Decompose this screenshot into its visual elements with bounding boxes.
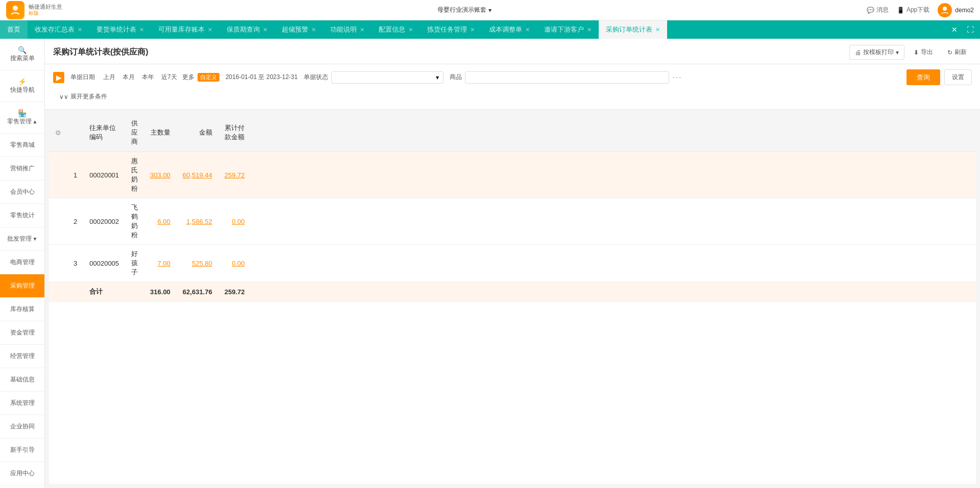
sidebar-item-system[interactable]: 系统管理 <box>0 392 44 415</box>
workspace-selector[interactable]: 母婴行业演示账套 ▾ <box>437 6 492 14</box>
app-download-button[interactable]: 📱 App下载 <box>897 6 929 14</box>
sidebar-item-search[interactable]: 🔍 搜索菜单 <box>0 39 44 70</box>
tab-requisition[interactable]: 要货单统计表 ✕ <box>89 20 151 39</box>
close-all-tabs-button[interactable]: ✕ <box>947 23 962 36</box>
logo-area: 畅捷通好生意 标版 <box>6 1 62 19</box>
header-actions: 🖨 按模板打印 ▾ ⬇ 导出 ↻ 刷新 <box>849 45 972 60</box>
logo-text: 畅捷通好生意 标版 <box>29 4 62 16</box>
tab-pick-task[interactable]: 拣货任务管理 ✕ <box>420 20 482 39</box>
data-table: ⚙ 往来单位编码 供应商 主数量 金额 累计付款金额 1 <box>49 114 976 302</box>
tab-home[interactable]: 首页 <box>0 20 28 39</box>
message-icon: 💬 <box>867 7 874 14</box>
sidebar-item-quick-nav[interactable]: ⚡ 快捷导航 <box>0 70 44 102</box>
cell-settings <box>49 245 67 282</box>
date-shortcuts: 上月 本月 本年 近7天 更多 自定义 <box>101 72 219 83</box>
tab-cost-adjust[interactable]: 成本调整单 ✕ <box>482 20 537 39</box>
expand-more-button[interactable]: ∨∨ 展开更多条件 <box>53 89 972 104</box>
goods-more-icon[interactable]: ··· <box>672 73 682 82</box>
sidebar-item-operations[interactable]: 经营管理 <box>0 345 44 368</box>
date-this-month-button[interactable]: 本月 <box>120 72 137 83</box>
message-button[interactable]: 💬 消息 <box>867 6 889 14</box>
tab-config-info[interactable]: 配置信息 ✕ <box>372 20 420 39</box>
tab-close-icon[interactable]: ✕ <box>139 27 144 33</box>
maximize-button[interactable]: ⛶ <box>963 23 978 36</box>
top-bar: 畅捷通好生意 标版 母婴行业演示账套 ▾ 💬 消息 📱 App下载 demo2 <box>0 0 980 20</box>
print-button[interactable]: 🖨 按模板打印 ▾ <box>849 45 904 60</box>
sidebar-item-marketing[interactable]: 营销推广 <box>0 157 44 181</box>
sidebar-item-purchase[interactable]: 采购管理 <box>0 274 44 298</box>
tab-close-icon[interactable]: ✕ <box>655 27 660 33</box>
tab-purchase-summary[interactable]: 采购订单统计表 ✕ <box>599 20 667 39</box>
username-label: demo2 <box>955 7 974 14</box>
tab-close-icon[interactable]: ✕ <box>78 27 82 33</box>
cell-seq: 3 <box>67 245 83 282</box>
settings-button[interactable]: 设置 <box>944 69 972 85</box>
footer-settings <box>49 282 67 302</box>
chevron-up-icon: ▲ <box>33 119 38 124</box>
status-select[interactable]: ▾ <box>331 71 444 84</box>
th-qty: 主数量 <box>144 114 177 152</box>
tab-close-icon[interactable]: ✕ <box>525 27 530 33</box>
avatar <box>938 3 952 17</box>
cell-settings <box>49 198 67 245</box>
cell-supplier: 飞鹤奶粉 <box>125 198 144 245</box>
top-right-actions: 💬 消息 📱 App下载 demo2 <box>867 3 974 17</box>
tab-function-guide[interactable]: 功能说明 ✕ <box>323 20 372 39</box>
cell-paid: 259.72 <box>218 152 251 198</box>
sidebar-item-basic-info[interactable]: 基础信息 <box>0 368 44 392</box>
sidebar-item-finance[interactable]: 资金管理 <box>0 321 44 345</box>
tab-close-icon[interactable]: ✕ <box>360 27 364 33</box>
sidebar-item-member[interactable]: 会员中心 <box>0 181 44 204</box>
sidebar-item-enterprise-collab[interactable]: 企业协同 <box>0 415 44 439</box>
export-button[interactable]: ⬇ 导出 <box>909 45 938 59</box>
tab-overstock[interactable]: 超储预警 ✕ <box>275 20 323 39</box>
th-supplier: 供应商 <box>125 114 144 152</box>
table-container: ⚙ 往来单位编码 供应商 主数量 金额 累计付款金额 1 <box>49 114 976 484</box>
footer-supplier <box>125 282 144 302</box>
cell-paid: 0.00 <box>218 198 251 245</box>
cell-extra <box>251 152 976 198</box>
user-area[interactable]: demo2 <box>938 3 974 17</box>
tab-invite-downstream[interactable]: 邀请下游客户 ✕ <box>537 20 599 39</box>
content-area: 采购订单统计表(按供应商) 🖨 按模板打印 ▾ ⬇ 导出 ↻ 刷新 <box>45 39 980 488</box>
tab-collect-pay[interactable]: 收发存汇总表 ✕ <box>28 20 89 39</box>
cell-extra <box>251 245 976 282</box>
tab-warranty[interactable]: 保质期查询 ✕ <box>219 20 275 39</box>
date-last-month-button[interactable]: 上月 <box>101 72 117 83</box>
tab-close-icon[interactable]: ✕ <box>470 27 475 33</box>
sidebar-item-ecommerce[interactable]: 电商管理 <box>0 251 44 274</box>
filter-toggle-button[interactable]: ▶ <box>53 72 64 83</box>
tab-close-icon[interactable]: ✕ <box>311 27 316 33</box>
chevron-down-icon: ▼ <box>33 236 38 242</box>
sidebar-item-new-guide[interactable]: 新手引导 <box>0 439 44 462</box>
tab-close-icon[interactable]: ✕ <box>263 27 267 33</box>
th-amount: 金额 <box>177 114 218 152</box>
sidebar-item-retail[interactable]: 🏪 零售管理 ▲ <box>0 102 44 134</box>
query-button[interactable]: 查询 <box>906 69 940 85</box>
sidebar-item-enterprise-wechat[interactable]: 企业微信 <box>0 485 44 488</box>
sidebar-item-wholesale[interactable]: 批发管理 ▼ <box>0 227 44 251</box>
refresh-button[interactable]: ↻ 刷新 <box>942 45 972 59</box>
date-7days-button[interactable]: 近7天 <box>159 72 179 83</box>
sidebar-item-retail-stat[interactable]: 零售统计 <box>0 204 44 227</box>
sidebar-item-inventory[interactable]: 库存核算 <box>0 298 44 321</box>
tab-available-stock[interactable]: 可用量库存账本 ✕ <box>151 20 219 39</box>
table-row: 2 00020002 飞鹤奶粉 6.00 1,586.52 0.00 <box>49 198 976 245</box>
sidebar-item-retail-mall[interactable]: 零售商城 <box>0 134 44 157</box>
table-footer-row: 合计 316.00 62,631.76 259.72 <box>49 282 976 302</box>
tab-close-icon[interactable]: ✕ <box>408 27 413 33</box>
goods-input[interactable] <box>465 71 669 84</box>
print-icon: 🖨 <box>855 49 861 56</box>
date-more-button[interactable]: 更多 <box>182 73 194 82</box>
column-settings-icon[interactable]: ⚙ <box>55 129 61 137</box>
cell-amount: 1,586.52 <box>177 198 218 245</box>
cell-unit-code: 00020002 <box>83 198 125 245</box>
date-this-year-button[interactable]: 本年 <box>140 72 156 83</box>
select-chevron-icon: ▾ <box>436 74 439 81</box>
footer-extra <box>251 282 976 302</box>
expand-icon: ∨∨ <box>59 93 68 100</box>
table-row: 3 00020005 好孩子 7.00 525.80 0.00 <box>49 245 976 282</box>
tab-close-icon[interactable]: ✕ <box>587 27 592 33</box>
tab-close-icon[interactable]: ✕ <box>208 27 212 33</box>
sidebar-item-app-center[interactable]: 应用中心 <box>0 462 44 485</box>
